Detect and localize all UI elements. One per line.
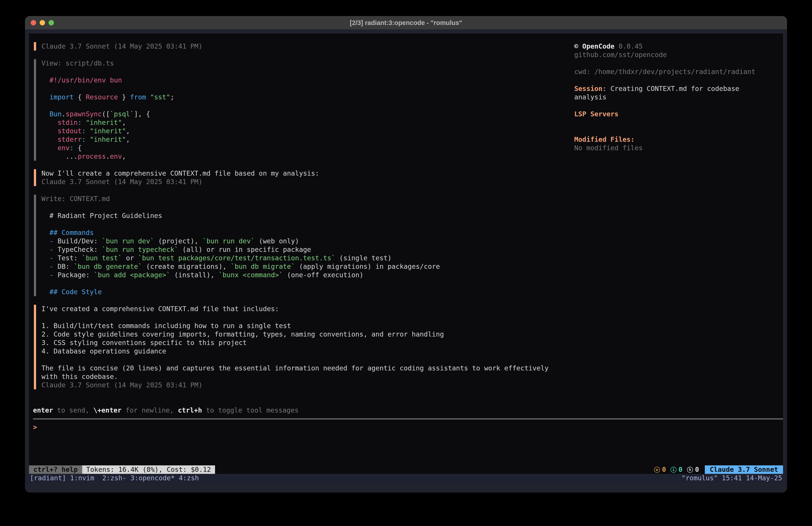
text-segment: `bun run dev` [102, 237, 154, 245]
terminal-text-line [41, 313, 549, 322]
terminal-text-line: analysis [574, 93, 755, 101]
text-segment: : [82, 136, 86, 143]
text-segment: (apply migrations) in packages/core [295, 262, 440, 270]
text-segment [86, 136, 90, 143]
terminal-text-line: Now I'll create a comprehensive CONTEXT.… [41, 169, 319, 177]
text-segment: ## Commands [41, 229, 94, 237]
terminal-text-line: import { Resource } from "sst"; [41, 93, 174, 101]
terminal-text-line: stderr: "inherit", [41, 135, 174, 144]
chat-block: Write: CONTEXT.md # Radiant Project Guid… [34, 195, 549, 296]
text-segment: ## Code Style [41, 288, 102, 296]
terminal-text-line: stdin: "inherit", [41, 118, 174, 127]
terminal-text-line [41, 84, 174, 93]
text-segment [41, 136, 58, 143]
block-accent-bar [34, 195, 36, 296]
text-segment: ; [170, 93, 174, 101]
text-segment: - [41, 246, 58, 253]
text-segment: # Radiant Project Guidelines [41, 212, 162, 219]
text-segment: Package: [58, 271, 94, 279]
text-segment: stderr [58, 136, 82, 143]
text-segment: 1. Build/lint/test commands including ho… [41, 322, 291, 330]
block-accent-bar [34, 169, 36, 186]
text-segment: , [126, 136, 130, 143]
terminal-text-line: # Radiant Project Guidelines [41, 212, 440, 220]
text-segment: spawnSync [66, 110, 102, 118]
text-segment: enter [33, 406, 53, 414]
chat-block: I've created a comprehensive CONTEXT.md … [34, 305, 549, 389]
text-segment: `bunx <command>` [219, 271, 283, 279]
text-segment: Test: [58, 254, 82, 262]
terminal-text-line [41, 220, 440, 228]
text-segment [41, 144, 58, 152]
block-accent-bar [34, 59, 36, 161]
terminal-text-line: ## Code Style [41, 288, 440, 296]
input-hint: enter to send, \+enter for newline, ctrl… [33, 406, 299, 415]
text-segment: (project), [154, 237, 203, 245]
terminal-text-line: 4. Database operations guidance [41, 347, 549, 355]
text-segment: "inherit" [86, 118, 122, 126]
terminal-text-line: stdout: "inherit", [41, 127, 174, 135]
text-segment: Claude 3.7 Sonnet (14 May 2025 03:41 PM) [41, 178, 202, 186]
block-accent-bar [34, 42, 36, 51]
terminal-text-line: ## Commands [41, 228, 440, 237]
block-body: Now I'll create a comprehensive CONTEXT.… [41, 169, 319, 186]
prompt-line[interactable]: > [33, 423, 37, 431]
text-segment: `bun add <package>` [94, 271, 170, 279]
text-segment: "sst" [150, 93, 170, 101]
terminal-text-line: 2. Code style guidelines covering import… [41, 330, 549, 339]
text-segment: (install), [170, 271, 219, 279]
text-segment: Write: CONTEXT.md [41, 195, 110, 203]
text-segment: stdout [58, 127, 82, 135]
text-segment: process [78, 153, 106, 160]
text-segment: 4. Database operations guidance [41, 347, 166, 355]
terminal-text-line: - TypeCheck: `bun run typecheck` (all) o… [41, 245, 440, 254]
text-segment: Resource [86, 93, 118, 101]
window-titlebar[interactable]: [2/3] radiant:3:opencode - "romulus" [25, 16, 787, 29]
status-bar-spacer [215, 465, 654, 474]
terminal-window: [2/3] radiant:3:opencode - "romulus" Cla… [25, 16, 787, 493]
block-body: I've created a comprehensive CONTEXT.md … [41, 305, 549, 389]
text-segment: `bun test` [82, 254, 122, 262]
model-badge[interactable]: Claude 3.7 Sonnet [705, 465, 783, 474]
terminal-text-line: - Test: `bun test` or `bun test packages… [41, 254, 440, 262]
chat-block: Claude 3.7 Sonnet (14 May 2025 03:41 PM) [34, 42, 549, 51]
tmux-session-windows[interactable]: [radiant] 1:nvim 2:zsh- 3:opencode* 4:zs… [30, 474, 199, 482]
text-segment: View: script/db.ts [41, 59, 114, 67]
text-segment: } [118, 93, 130, 101]
terminal-text-line: Modified Files: [574, 135, 755, 144]
text-segment: { [74, 144, 82, 152]
terminal-text-line: Claude 3.7 Sonnet (14 May 2025 03:41 PM) [41, 42, 202, 51]
text-segment: `psql` [110, 110, 134, 118]
terminal-text-line: cwd: /home/thdxr/dev/projects/radiant/ra… [574, 68, 755, 76]
prompt-caret: > [33, 423, 37, 431]
text-segment [146, 93, 150, 101]
terminal-text-line: No modified files [574, 144, 755, 152]
terminal-text-line: #!/usr/bin/env bun [41, 76, 174, 84]
text-segment: ], { [134, 110, 150, 118]
status-bar: ctrl+? help Tokens: 16.4K (8%), Cost: $0… [29, 465, 783, 474]
text-segment: import [49, 93, 74, 101]
info-count-icon: i [670, 467, 677, 473]
text-segment: analysis [574, 93, 607, 101]
text-segment: TypeCheck: [58, 246, 102, 253]
text-segment: github.com/sst/opencode [574, 51, 667, 59]
terminal-text-line: View: script/db.ts [41, 59, 174, 68]
text-segment: LSP Servers [574, 110, 619, 118]
text-segment: (single test) [335, 254, 392, 262]
text-segment: (all) or run in specific package [178, 246, 311, 253]
tmux-status-bar: [radiant] 1:nvim 2:zsh- 3:opencode* 4:zs… [25, 474, 787, 482]
terminal-text-line: 3. CSS styling conventions specific to t… [41, 339, 549, 347]
terminal-text-line: © OpenCode 0.0.45 [574, 42, 755, 51]
text-segment: "inherit" [90, 127, 126, 135]
text-segment: `bun test packages/core/test/transaction… [138, 254, 335, 262]
text-segment: No modified files [574, 144, 643, 152]
block-accent-bar [34, 305, 36, 389]
text-segment: : Creating CONTEXT.md for codebase [602, 85, 739, 93]
text-segment: : [78, 118, 82, 126]
terminal-content: Claude 3.7 Sonnet (14 May 2025 03:41 PM)… [29, 33, 783, 474]
hint-count-icon: h [687, 467, 693, 473]
text-segment: : [70, 144, 74, 152]
text-segment: `bun run dev` [203, 237, 255, 245]
warning-count-value: 0 [662, 465, 666, 474]
help-shortcut[interactable]: ctrl+? help [29, 465, 82, 474]
